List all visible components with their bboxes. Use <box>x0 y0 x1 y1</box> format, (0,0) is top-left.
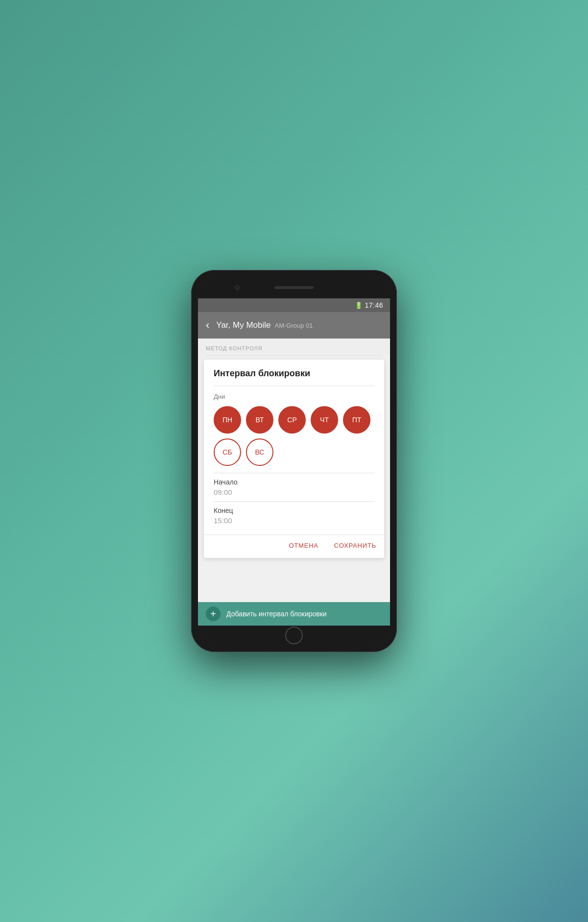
day-button-пт[interactable]: ПТ <box>343 406 370 434</box>
app-bar-subtitle: AM-Group 01 <box>275 322 313 329</box>
camera-icon <box>235 285 240 290</box>
add-interval-label: Добавить интервал блокировки <box>226 610 327 618</box>
battery-icon: 🔋 <box>355 302 363 309</box>
dialog-title-divider <box>214 386 374 386</box>
dialog-actions: ОТМЕНА СОХРАНИТЬ <box>204 534 384 558</box>
app-bar: ‹ Yar, My Mobile AM-Group 01 <box>198 312 390 339</box>
end-time-value: 15:00 <box>214 516 374 525</box>
day-button-пн[interactable]: ПН <box>214 406 241 434</box>
add-icon: + <box>206 607 220 621</box>
phone-screen-area: 🔋 17:46 ‹ Yar, My Mobile AM-Group 01 МЕТ… <box>198 277 390 645</box>
start-time-section[interactable]: Начало 09:00 <box>214 473 374 501</box>
day-button-вс[interactable]: ВС <box>246 438 273 466</box>
status-bar: 🔋 17:46 <box>198 298 390 312</box>
section-label: МЕТОД КОНТРОЛЯ <box>206 345 263 351</box>
status-time: 17:46 <box>365 301 383 309</box>
app-bar-title: Yar, My Mobile <box>216 320 270 330</box>
start-time-value: 09:00 <box>214 488 374 496</box>
start-label: Начало <box>214 478 374 486</box>
top-bezel <box>198 277 390 298</box>
dialog-card: Интервал блокировки Дни ПНВТСРЧТПТСБВС Н… <box>204 360 384 558</box>
bottom-bar: + Добавить интервал блокировки <box>198 602 390 626</box>
save-button[interactable]: СОХРАНИТЬ <box>330 539 380 552</box>
end-time-section[interactable]: Конец 15:00 <box>214 501 374 530</box>
dialog-content: Интервал блокировки Дни ПНВТСРЧТПТСБВС Н… <box>204 360 384 534</box>
section-label-area: МЕТОД КОНТРОЛЯ <box>198 339 390 355</box>
cancel-button[interactable]: ОТМЕНА <box>285 539 322 552</box>
days-label: Дни <box>214 393 374 400</box>
home-button[interactable] <box>285 627 303 644</box>
speaker <box>274 286 314 289</box>
back-button[interactable]: ‹ <box>206 319 209 332</box>
dialog-title: Интервал блокировки <box>214 368 374 379</box>
day-button-чт[interactable]: ЧТ <box>311 406 338 434</box>
days-grid: ПНВТСРЧТПТСБВС <box>214 406 374 466</box>
day-button-ср[interactable]: СР <box>278 406 306 434</box>
end-label: Конец <box>214 507 374 514</box>
add-interval-button[interactable]: + Добавить интервал блокировки <box>206 607 327 621</box>
day-button-вт[interactable]: ВТ <box>246 406 273 434</box>
bottom-bezel <box>198 626 390 645</box>
day-button-сб[interactable]: СБ <box>214 438 241 466</box>
section-divider <box>206 355 382 356</box>
phone-device: 🔋 17:46 ‹ Yar, My Mobile AM-Group 01 МЕТ… <box>191 270 397 652</box>
screen: 🔋 17:46 ‹ Yar, My Mobile AM-Group 01 МЕТ… <box>198 298 390 626</box>
